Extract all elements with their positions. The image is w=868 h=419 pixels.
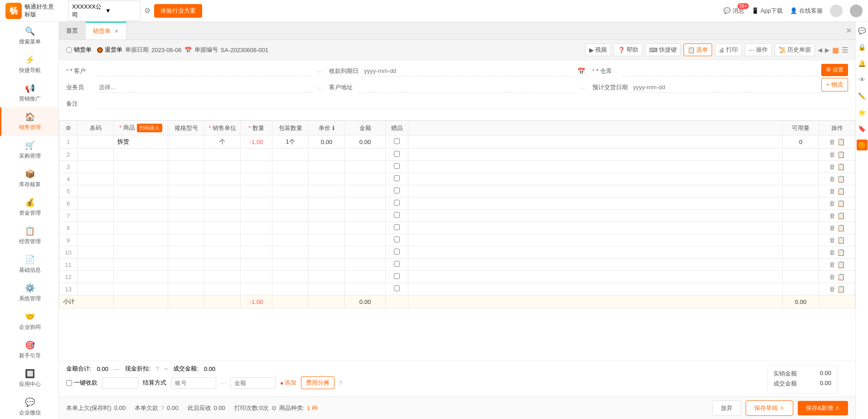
rp-bookmark-btn[interactable]: 🔖: [857, 123, 868, 134]
gift-checkbox[interactable]: [394, 273, 400, 279]
draft-button[interactable]: 保存草稿 ∧: [746, 400, 793, 416]
help-button[interactable]: ❓ 帮助: [614, 43, 642, 56]
barcode-input[interactable]: [81, 164, 110, 170]
order-owe-help[interactable]: ?: [161, 405, 164, 411]
delete-row-btn[interactable]: 🗑: [829, 175, 835, 183]
product-input[interactable]: [117, 249, 164, 256]
copy-row-btn[interactable]: 📋: [837, 138, 845, 145]
expense-button[interactable]: 费用分摊: [301, 376, 335, 389]
rp-bell-btn[interactable]: 🔔: [857, 58, 868, 69]
sidebar-item-search[interactable]: 🔍 搜索菜单: [0, 22, 58, 50]
cell-barcode[interactable]: [78, 161, 114, 173]
barcode-input[interactable]: [81, 212, 110, 219]
sidebar-item-weixin[interactable]: 💬 企业微信: [0, 393, 58, 419]
cell-product[interactable]: [114, 222, 168, 234]
form-settings-button[interactable]: ⚙ ⚙ 设置设置: [821, 64, 848, 76]
gift-checkbox[interactable]: [394, 249, 400, 255]
cell-unit[interactable]: [204, 173, 241, 185]
cell-gift[interactable]: [386, 149, 408, 161]
spec-input[interactable]: [172, 261, 200, 268]
cell-gift[interactable]: [386, 135, 408, 149]
gift-checkbox[interactable]: [394, 285, 400, 291]
cell-spec[interactable]: [168, 135, 204, 149]
tab-home[interactable]: 首页: [59, 22, 86, 39]
gift-checkbox[interactable]: [394, 138, 400, 144]
delete-row-btn[interactable]: 🗑: [829, 236, 835, 244]
sale-radio[interactable]: 销货单: [66, 46, 92, 54]
cell-product[interactable]: [114, 161, 168, 173]
tab-sales-order[interactable]: 销货单 ✕: [86, 22, 126, 39]
cell-barcode[interactable]: [78, 173, 114, 185]
cell-barcode[interactable]: [78, 135, 114, 149]
barcode-input[interactable]: [81, 261, 110, 268]
cell-pack[interactable]: [272, 283, 309, 295]
cell-amount[interactable]: [345, 173, 386, 185]
cell-amount[interactable]: [345, 185, 386, 197]
barcode-input[interactable]: [81, 139, 110, 145]
cell-spec[interactable]: [168, 173, 204, 185]
cell-pack[interactable]: [272, 234, 309, 246]
discard-button[interactable]: 放弃: [712, 400, 741, 416]
product-input[interactable]: [117, 176, 164, 183]
nav-prev-icon[interactable]: ◀: [818, 47, 822, 53]
cell-amount[interactable]: [345, 234, 386, 246]
cell-spec[interactable]: [168, 197, 204, 210]
cell-gift[interactable]: [386, 234, 408, 246]
cell-amount[interactable]: [345, 149, 386, 161]
cell-barcode[interactable]: [78, 222, 114, 234]
barcode-input[interactable]: [81, 151, 110, 158]
cell-qty[interactable]: [241, 234, 272, 246]
save-new-button[interactable]: 保存&新增 ∧: [798, 401, 848, 415]
delete-row-btn[interactable]: 🗑: [829, 163, 835, 170]
cell-spec[interactable]: [168, 234, 204, 246]
delete-row-btn[interactable]: 🗑: [829, 249, 835, 256]
barcode-input[interactable]: [81, 274, 110, 280]
cell-amount[interactable]: [345, 161, 386, 173]
cell-unit[interactable]: [204, 222, 241, 234]
message-item[interactable]: 💬 消息 99+: [723, 7, 744, 15]
cell-qty[interactable]: [241, 210, 272, 222]
barcode-input[interactable]: [81, 200, 110, 207]
cell-qty[interactable]: [241, 197, 272, 210]
cell-price[interactable]: [309, 222, 345, 234]
online-service-item[interactable]: 👤 在线客服: [790, 7, 823, 15]
cell-qty[interactable]: [241, 246, 272, 259]
cell-unit[interactable]: 个: [204, 135, 241, 149]
cell-price[interactable]: [309, 271, 345, 283]
cell-barcode[interactable]: [78, 210, 114, 222]
cell-barcode[interactable]: [78, 185, 114, 197]
delete-row-btn[interactable]: 🗑: [829, 261, 835, 268]
cell-qty[interactable]: [241, 259, 272, 271]
cell-unit[interactable]: [204, 283, 241, 295]
cell-product[interactable]: [114, 185, 168, 197]
gift-checkbox[interactable]: [394, 188, 400, 193]
product-input[interactable]: [117, 274, 164, 280]
sidebar-item-enterprise[interactable]: 🤝 企业协同: [0, 307, 58, 336]
cell-unit[interactable]: [204, 271, 241, 283]
cell-qty[interactable]: [241, 222, 272, 234]
product-input[interactable]: [117, 212, 164, 219]
cell-unit[interactable]: [204, 246, 241, 259]
delete-row-btn[interactable]: 🗑: [829, 138, 835, 145]
cell-price[interactable]: [309, 149, 345, 161]
barcode-input[interactable]: [81, 237, 110, 244]
cell-product[interactable]: [114, 135, 168, 149]
cell-spec[interactable]: [168, 271, 204, 283]
cell-price[interactable]: 0.00: [309, 135, 345, 149]
cell-price[interactable]: [309, 283, 345, 295]
cell-amount[interactable]: [345, 246, 386, 259]
cell-gift[interactable]: [386, 246, 408, 259]
print-button[interactable]: 🖨 打印: [715, 43, 742, 56]
spec-input[interactable]: [172, 249, 200, 256]
settings-gear-icon[interactable]: ⚙: [144, 6, 150, 15]
cell-price[interactable]: [309, 197, 345, 210]
scan-button[interactable]: 扫码录入: [137, 124, 162, 132]
cell-pack[interactable]: [272, 259, 309, 271]
cell-spec[interactable]: [168, 210, 204, 222]
cell-product[interactable]: [114, 246, 168, 259]
cell-amount[interactable]: [345, 222, 386, 234]
sidebar-item-system[interactable]: ⚙️ 系统管理: [0, 279, 58, 307]
cell-qty[interactable]: [241, 173, 272, 185]
cell-price[interactable]: [309, 259, 345, 271]
spec-input[interactable]: [172, 176, 200, 183]
